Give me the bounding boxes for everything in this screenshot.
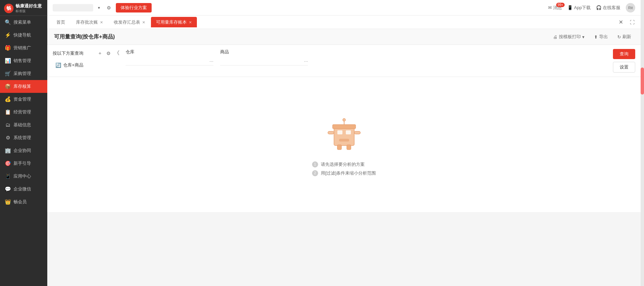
add-scheme-button[interactable]: ＋ bbox=[96, 50, 104, 57]
topbar-gear-button[interactable]: ⚙ bbox=[105, 4, 113, 12]
tip-num-1: 1 bbox=[312, 161, 318, 167]
sidebar-item-finance[interactable]: 💰 资金管理 bbox=[0, 93, 47, 106]
sidebar-icon-guide: 🎯 bbox=[5, 160, 11, 166]
topbar-app-download-btn[interactable]: 📱 App下载 bbox=[567, 5, 591, 11]
filter-settings-button[interactable]: 设置 bbox=[613, 62, 635, 73]
topbar-avatar[interactable]: Rit bbox=[626, 3, 635, 12]
svg-rect-7 bbox=[328, 131, 334, 134]
sidebar-icon-system: ⚙ bbox=[5, 135, 11, 141]
filter-warehouse-more-btn[interactable]: ··· bbox=[209, 58, 213, 64]
right-scroll[interactable] bbox=[641, 0, 644, 286]
filter-warehouse-input-area: ··· bbox=[126, 57, 213, 66]
sidebar-item-apps[interactable]: 📱 应用中心 bbox=[0, 170, 47, 183]
sidebar-label-shortcuts: 快捷导航 bbox=[14, 32, 31, 38]
sidebar-item-sales[interactable]: 📊 销售管理 bbox=[0, 54, 47, 67]
svg-rect-9 bbox=[337, 145, 341, 150]
sidebar-subtitle: 标准版 bbox=[16, 9, 42, 14]
empty-state-image bbox=[324, 112, 364, 153]
sidebar-item-marketing_promo[interactable]: 🎁 营销推广 bbox=[0, 42, 47, 54]
tab-available-book[interactable]: 可用量库存账本 ✕ bbox=[151, 17, 197, 27]
tab-available-book-close[interactable]: ✕ bbox=[189, 20, 192, 25]
topbar-industry-button[interactable]: 体验行业方案 bbox=[116, 3, 152, 12]
query-button[interactable]: 查询 bbox=[613, 49, 635, 59]
sidebar-icon-search: 🔍 bbox=[5, 19, 11, 25]
sidebar-icon-sales: 📊 bbox=[5, 58, 11, 64]
scheme-item-warehouse-product[interactable]: 🔄 仓库+商品 bbox=[53, 60, 120, 70]
sidebar-label-search: 搜索菜单 bbox=[14, 19, 31, 25]
main-area: ▾ ⚙ 体验行业方案 ✉ 消息 99+ 📱 App下载 🎧 在线客服 Rit 首… bbox=[47, 0, 641, 286]
right-scroll-thumb[interactable] bbox=[641, 68, 644, 95]
message-icon: ✉ bbox=[548, 5, 552, 10]
service-label: 在线客服 bbox=[603, 5, 620, 11]
sidebar-icon-finance: 💰 bbox=[5, 96, 11, 102]
sidebar-item-enterprise[interactable]: 🏢 企业协同 bbox=[0, 144, 47, 157]
topbar-service-btn[interactable]: 🎧 在线客服 bbox=[596, 5, 620, 11]
filter-product-input[interactable] bbox=[220, 59, 301, 64]
tab-collect-accounts-label: 收发存汇总表 bbox=[114, 19, 140, 25]
settings-scheme-button[interactable]: ⚙ bbox=[105, 50, 112, 57]
sidebar-item-system[interactable]: ⚙ 系统管理 bbox=[0, 131, 47, 144]
svg-rect-3 bbox=[339, 139, 349, 141]
print-icon: 🖨 bbox=[553, 34, 558, 40]
tab-batch-accounts-close[interactable]: ✕ bbox=[100, 20, 103, 25]
sidebar-scroll-area[interactable]: 🔍 搜索菜单 ⚡ 快捷导航 🎁 营销推广 📊 销售管理 🛒 采购管理 📦 库存核… bbox=[0, 16, 47, 286]
tab-collect-accounts[interactable]: 收发存汇总表 ✕ bbox=[109, 17, 150, 27]
print-template-button[interactable]: 🖨 按模板打印 ▾ bbox=[550, 32, 587, 41]
tab-collect-accounts-close[interactable]: ✕ bbox=[142, 20, 145, 25]
filter-warehouse-input[interactable] bbox=[126, 59, 207, 64]
tab-home[interactable]: 首页 bbox=[51, 17, 70, 27]
sidebar-label-inventory: 库存核算 bbox=[14, 83, 31, 89]
sidebar-logo-icon: 畅 bbox=[4, 4, 14, 13]
tab-available-book-label: 可用量库存账本 bbox=[156, 19, 187, 25]
sidebar-header: 畅 畅康通好生意 标准版 bbox=[0, 0, 47, 16]
message-badge: 99+ bbox=[556, 3, 565, 7]
sidebar-item-basic[interactable]: 🗂 基础信息 bbox=[0, 119, 47, 131]
filter-field-warehouse: 仓库 ··· bbox=[126, 49, 213, 66]
tabs-actions: ✕ ⛶ bbox=[617, 18, 637, 26]
filter-field-product: 商品 ··· bbox=[220, 49, 308, 66]
sidebar-item-purchase[interactable]: 🛒 采购管理 bbox=[0, 67, 47, 80]
scheme-item-label: 仓库+商品 bbox=[63, 62, 83, 68]
sidebar-item-search[interactable]: 🔍 搜索菜单 bbox=[0, 16, 47, 29]
sidebar-item-inventory[interactable]: 📦 库存核算 bbox=[0, 80, 47, 93]
tab-batch-accounts[interactable]: 库存批次账 ✕ bbox=[71, 17, 108, 27]
page-header: 可用量查询(按仓库+商品) 🖨 按模板打印 ▾ ⬆ 导出 ↻ 刷新 bbox=[47, 29, 641, 45]
sidebar-item-member[interactable]: 👑 畅会员 bbox=[0, 196, 47, 208]
filter-product-label: 商品 bbox=[220, 49, 308, 55]
tab-close-all-button[interactable]: ✕ bbox=[617, 18, 625, 26]
scheme-item-icon: 🔄 bbox=[55, 62, 61, 68]
topbar-dropdown-button[interactable]: ▾ bbox=[96, 4, 102, 11]
topbar-search-input[interactable] bbox=[53, 4, 93, 11]
collapse-schemes-button[interactable]: 《 bbox=[113, 49, 120, 57]
sidebar-label-marketing_promo: 营销推广 bbox=[14, 45, 31, 51]
sidebar-label-guide: 新手引导 bbox=[14, 160, 31, 166]
sidebar-icon-shortcuts: ⚡ bbox=[5, 32, 11, 38]
sidebar-icon-basic: 🗂 bbox=[5, 122, 11, 128]
sidebar-label-member: 畅会员 bbox=[14, 199, 27, 205]
page-content: 可用量查询(按仓库+商品) 🖨 按模板打印 ▾ ⬆ 导出 ↻ 刷新 bbox=[47, 29, 641, 286]
topbar-left: ▾ ⚙ 体验行业方案 bbox=[53, 3, 152, 12]
svg-rect-8 bbox=[354, 131, 360, 134]
filter-scheme-header: 按以下方案查询 ＋ ⚙ 《 bbox=[53, 49, 120, 57]
filter-scheme-label: 按以下方案查询 bbox=[53, 50, 83, 56]
sidebar-icon-operations: 📋 bbox=[5, 109, 11, 115]
sidebar-item-guide[interactable]: 🎯 新手引导 bbox=[0, 157, 47, 170]
topbar-message-btn[interactable]: ✉ 消息 99+ bbox=[548, 5, 562, 11]
sidebar-item-operations[interactable]: 📋 经营管理 bbox=[0, 106, 47, 119]
refresh-button[interactable]: ↻ 刷新 bbox=[615, 32, 634, 41]
sidebar-item-weixin[interactable]: 💬 企业微信 bbox=[0, 183, 47, 196]
refresh-label: 刷新 bbox=[622, 34, 631, 40]
sidebar-icon-weixin: 💬 bbox=[5, 186, 11, 192]
sidebar-item-shortcuts[interactable]: ⚡ 快捷导航 bbox=[0, 29, 47, 42]
filter-warehouse-label: 仓库 bbox=[126, 49, 213, 55]
tab-expand-button[interactable]: ⛶ bbox=[628, 19, 637, 26]
sidebar-label-enterprise: 企业协同 bbox=[14, 148, 31, 154]
refresh-icon: ↻ bbox=[617, 34, 621, 40]
filter-product-input-area: ··· bbox=[220, 57, 308, 66]
sidebar-logo: 畅 畅康通好生意 标准版 bbox=[4, 3, 43, 14]
tip-text-1: 请先选择要分析的方案 bbox=[321, 160, 365, 169]
filter-product-more-btn[interactable]: ··· bbox=[304, 58, 308, 64]
export-button[interactable]: ⬆ 导出 bbox=[591, 32, 611, 41]
sidebar-label-finance: 资金管理 bbox=[14, 96, 31, 102]
svg-rect-0 bbox=[334, 127, 354, 146]
